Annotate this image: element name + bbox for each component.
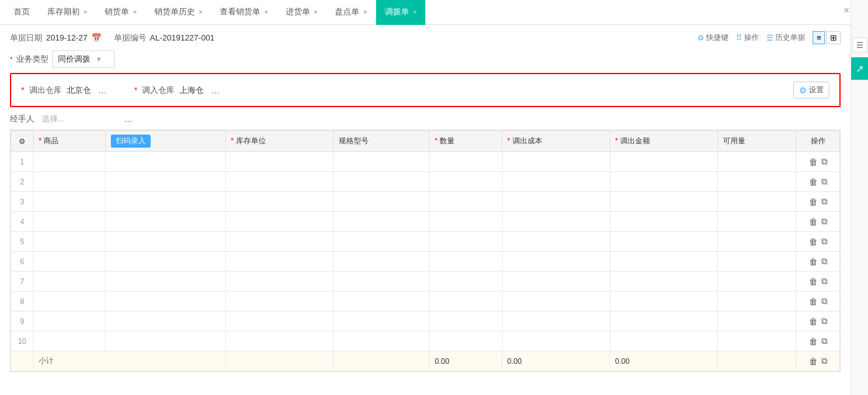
tab-transfer-order-close[interactable]: × xyxy=(413,8,417,16)
delete-icon[interactable]: 🗑 xyxy=(809,297,818,307)
list-view-button[interactable]: ≡ xyxy=(813,31,825,44)
cell-qty[interactable] xyxy=(430,212,502,232)
copy-icon[interactable]: ⧉ xyxy=(821,176,828,187)
cell-amount[interactable] xyxy=(610,292,717,312)
tab-stock-init[interactable]: 库存期初 × xyxy=(39,0,96,25)
cell-qty[interactable] xyxy=(430,252,502,272)
cell-product[interactable] xyxy=(34,212,106,232)
cell-cost[interactable] xyxy=(502,172,610,192)
cell-product[interactable] xyxy=(34,252,106,272)
delete-icon[interactable]: 🗑 xyxy=(809,356,818,366)
cell-product[interactable] xyxy=(34,292,106,312)
delete-icon[interactable]: 🗑 xyxy=(809,277,818,287)
manager-dots[interactable]: ... xyxy=(121,113,134,125)
settings-button[interactable]: ⚙ 设置 xyxy=(793,82,829,98)
copy-icon[interactable]: ⧉ xyxy=(821,256,828,267)
manager-select[interactable]: 选择... xyxy=(42,113,116,125)
tab-view-sales-close[interactable]: × xyxy=(264,8,268,16)
cell-amount[interactable] xyxy=(610,152,717,172)
header-actions: ⚙ 快捷键 ⠿ 操作 ☰ 历史单据 ≡ ⊞ xyxy=(697,31,841,44)
delete-icon[interactable]: 🗑 xyxy=(809,336,818,346)
tab-transfer-order[interactable]: 调拨单 × xyxy=(376,0,425,25)
source-warehouse-dots[interactable]: ... xyxy=(96,85,109,96)
sidebar-list-button[interactable]: ☰ xyxy=(852,37,867,52)
cell-amount[interactable] xyxy=(610,312,717,331)
delete-icon[interactable]: 🗑 xyxy=(809,237,818,247)
subtotal-amount: 0.00 xyxy=(610,351,717,371)
cell-cost[interactable] xyxy=(502,331,610,351)
cell-cost[interactable] xyxy=(502,232,610,252)
tab-stock-init-close[interactable]: × xyxy=(83,8,87,16)
cell-cost[interactable] xyxy=(502,272,610,292)
cell-cost[interactable] xyxy=(502,152,610,172)
cell-qty[interactable] xyxy=(430,172,502,192)
delete-icon[interactable]: 🗑 xyxy=(809,197,818,207)
business-type-select[interactable]: 同价调拨 ▼ xyxy=(52,50,115,68)
date-field: 单据日期 2019-12-27 📅 xyxy=(10,32,101,44)
shortcuts-button[interactable]: ⚙ 快捷键 xyxy=(697,32,729,43)
tab-inventory-check-close[interactable]: × xyxy=(363,8,367,16)
tab-inventory-check[interactable]: 盘点单 × xyxy=(326,0,375,25)
tab-sales-history[interactable]: 销货单历史 × xyxy=(146,0,211,25)
cell-product[interactable] xyxy=(34,312,106,331)
cell-cost[interactable] xyxy=(502,292,610,312)
docnum-label: 单据编号 xyxy=(114,32,146,44)
calendar-icon[interactable]: 📅 xyxy=(92,33,101,42)
copy-icon[interactable]: ⧉ xyxy=(821,216,828,227)
cell-amount[interactable] xyxy=(610,252,717,272)
col-settings[interactable]: ⚙ xyxy=(11,131,34,152)
cell-product[interactable] xyxy=(34,152,106,172)
delete-icon[interactable]: 🗑 xyxy=(809,217,818,227)
delete-icon[interactable]: 🗑 xyxy=(809,177,818,187)
cell-cost[interactable] xyxy=(502,252,610,272)
delete-icon[interactable]: 🗑 xyxy=(809,316,818,326)
tab-purchase-order[interactable]: 进货单 × xyxy=(277,0,326,25)
cell-qty[interactable] xyxy=(430,331,502,351)
scan-button[interactable]: 扫码录入 xyxy=(111,135,151,148)
copy-icon[interactable]: ⧉ xyxy=(821,296,828,307)
tab-transfer-order-label: 调拨单 xyxy=(385,6,409,17)
cell-amount[interactable] xyxy=(610,232,717,252)
cell-cost[interactable] xyxy=(502,192,610,212)
cell-cost[interactable] xyxy=(502,312,610,331)
target-warehouse-dots[interactable]: ... xyxy=(209,85,222,96)
cell-amount[interactable] xyxy=(610,272,717,292)
grid-view-button[interactable]: ⊞ xyxy=(826,31,841,44)
cell-amount[interactable] xyxy=(610,212,717,232)
close-all-button[interactable]: × xyxy=(844,5,849,16)
cell-qty[interactable] xyxy=(430,272,502,292)
cell-product[interactable] xyxy=(34,192,106,212)
target-required-mark: * xyxy=(134,85,137,95)
cell-amount[interactable] xyxy=(610,172,717,192)
copy-icon[interactable]: ⧉ xyxy=(821,336,828,346)
delete-icon[interactable]: 🗑 xyxy=(809,157,818,167)
tab-sales-history-close[interactable]: × xyxy=(199,8,202,16)
copy-icon[interactable]: ⧉ xyxy=(821,356,828,366)
copy-icon[interactable]: ⧉ xyxy=(821,276,828,287)
cell-qty[interactable] xyxy=(430,152,502,172)
tab-view-sales[interactable]: 查看销货单 × xyxy=(211,0,276,25)
cell-product[interactable] xyxy=(34,232,106,252)
tab-purchase-order-close[interactable]: × xyxy=(314,8,318,16)
copy-icon[interactable]: ⧉ xyxy=(821,156,828,167)
cell-qty[interactable] xyxy=(430,192,502,212)
cell-amount[interactable] xyxy=(610,192,717,212)
tab-sales-order[interactable]: 销货单 × xyxy=(96,0,145,25)
cell-product[interactable] xyxy=(34,172,106,192)
cell-qty[interactable] xyxy=(430,312,502,331)
cell-product[interactable] xyxy=(34,331,106,351)
cell-amount[interactable] xyxy=(610,331,717,351)
history-button[interactable]: ☰ 历史单据 xyxy=(767,32,805,43)
sidebar-export-button[interactable]: ↗ xyxy=(851,57,869,80)
copy-icon[interactable]: ⧉ xyxy=(821,236,828,247)
cell-qty[interactable] xyxy=(430,292,502,312)
operations-button[interactable]: ⠿ 操作 xyxy=(736,32,759,43)
copy-icon[interactable]: ⧉ xyxy=(821,196,828,207)
cell-cost[interactable] xyxy=(502,212,610,232)
delete-icon[interactable]: 🗑 xyxy=(809,257,818,267)
tab-sales-order-close[interactable]: × xyxy=(133,8,136,16)
cell-qty[interactable] xyxy=(430,232,502,252)
copy-icon[interactable]: ⧉ xyxy=(821,316,828,326)
cell-product[interactable] xyxy=(34,272,106,292)
tab-home[interactable]: 首页 xyxy=(5,0,39,25)
